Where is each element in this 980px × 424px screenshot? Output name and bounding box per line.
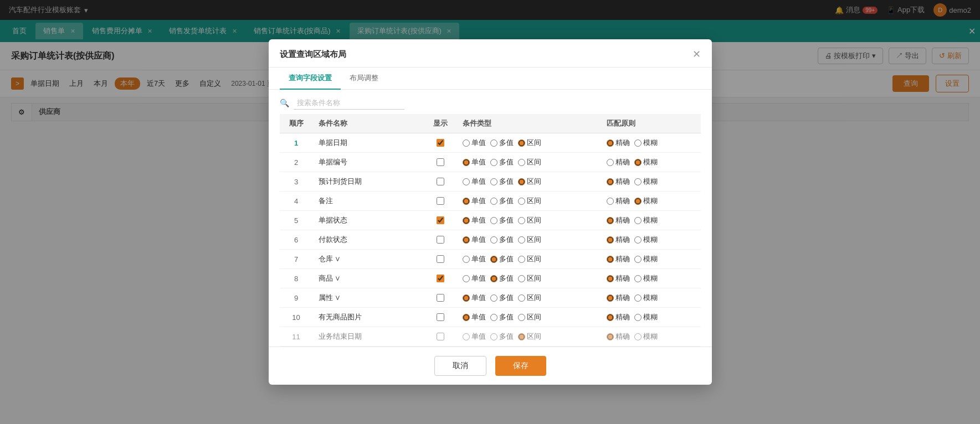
col-name: 条件名称 xyxy=(313,114,424,133)
row-order: 8 xyxy=(280,269,313,288)
row-display[interactable] xyxy=(424,133,457,153)
tab-query-fields[interactable]: 查询字段设置 xyxy=(280,68,341,90)
row-type[interactable]: 单值多值区间 xyxy=(457,192,601,211)
row-display[interactable] xyxy=(424,172,457,192)
row-type[interactable]: 单值多值区间 xyxy=(457,288,601,308)
row-name: 属性 ∨ xyxy=(313,288,424,308)
row-match[interactable]: 精确模糊 xyxy=(601,269,701,288)
row-type[interactable]: 单值多值区间 xyxy=(457,211,601,230)
row-order: 11 xyxy=(280,327,313,347)
row-name: 备注 xyxy=(313,192,424,211)
row-match[interactable]: 精确模糊 xyxy=(601,308,701,327)
search-icon: 🔍 xyxy=(280,99,289,107)
row-match[interactable]: 精确模糊 xyxy=(601,211,701,230)
modal-search-area: 🔍 xyxy=(269,90,712,114)
row-name: 预计到货日期 xyxy=(313,172,424,192)
row-type[interactable]: 单值多值区间 xyxy=(457,308,601,327)
row-order: 10 xyxy=(280,308,313,327)
table-row: 3预计到货日期单值多值区间精确模糊 xyxy=(280,172,701,192)
row-type[interactable]: 单值多值区间 xyxy=(457,153,601,172)
row-name: 仓库 ∨ xyxy=(313,250,424,269)
col-type: 条件类型 xyxy=(457,114,601,133)
row-name: 单据日期 xyxy=(313,133,424,153)
row-display[interactable] xyxy=(424,230,457,250)
row-name: 单据编号 xyxy=(313,153,424,172)
row-order: 3 xyxy=(280,172,313,192)
row-order: 4 xyxy=(280,192,313,211)
modal-table: 顺序 条件名称 显示 条件类型 匹配原则 1单据日期单值多值区间精确模糊2单据编… xyxy=(269,114,712,347)
settings-modal: 设置查询区域布局 ✕ 查询字段设置 布局调整 🔍 顺序 条件名称 xyxy=(269,39,712,385)
row-order: 6 xyxy=(280,230,313,250)
row-match[interactable]: 精确模糊 xyxy=(601,192,701,211)
col-match: 匹配原则 xyxy=(601,114,701,133)
row-match[interactable]: 精确模糊 xyxy=(601,327,701,347)
table-row: 10有无商品图片单值多值区间精确模糊 xyxy=(280,308,701,327)
row-display[interactable] xyxy=(424,327,457,347)
row-display[interactable] xyxy=(424,288,457,308)
col-display: 显示 xyxy=(424,114,457,133)
row-display[interactable] xyxy=(424,211,457,230)
table-row: 2单据编号单值多值区间精确模糊 xyxy=(280,153,701,172)
row-display[interactable] xyxy=(424,269,457,288)
row-type[interactable]: 单值多值区间 xyxy=(457,172,601,192)
row-order: 9 xyxy=(280,288,313,308)
table-row: 9属性 ∨单值多值区间精确模糊 xyxy=(280,288,701,308)
table-row: 4备注单值多值区间精确模糊 xyxy=(280,192,701,211)
modal-close-button[interactable]: ✕ xyxy=(692,48,701,60)
search-input[interactable] xyxy=(294,96,404,110)
row-match[interactable]: 精确模糊 xyxy=(601,230,701,250)
table-header-row: 顺序 条件名称 显示 条件类型 匹配原则 xyxy=(280,114,701,133)
tab-layout-adjust[interactable]: 布局调整 xyxy=(341,68,387,90)
modal-overlay: 设置查询区域布局 ✕ 查询字段设置 布局调整 🔍 顺序 条件名称 xyxy=(0,0,980,424)
row-display[interactable] xyxy=(424,308,457,327)
cancel-button[interactable]: 取消 xyxy=(434,356,486,376)
row-type[interactable]: 单值多值区间 xyxy=(457,269,601,288)
row-name: 有无商品图片 xyxy=(313,308,424,327)
row-order: 1 xyxy=(280,133,313,153)
table-row: 6付款状态单值多值区间精确模糊 xyxy=(280,230,701,250)
row-order: 2 xyxy=(280,153,313,172)
row-type[interactable]: 单值多值区间 xyxy=(457,133,601,153)
table-row: 1单据日期单值多值区间精确模糊 xyxy=(280,133,701,153)
row-match[interactable]: 精确模糊 xyxy=(601,172,701,192)
row-display[interactable] xyxy=(424,153,457,172)
col-order: 顺序 xyxy=(280,114,313,133)
row-name: 付款状态 xyxy=(313,230,424,250)
table-row: 7仓库 ∨单值多值区间精确模糊 xyxy=(280,250,701,269)
table-row: 5单据状态单值多值区间精确模糊 xyxy=(280,211,701,230)
row-display[interactable] xyxy=(424,192,457,211)
row-order: 5 xyxy=(280,211,313,230)
row-type[interactable]: 单值多值区间 xyxy=(457,327,601,347)
row-match[interactable]: 精确模糊 xyxy=(601,133,701,153)
row-match[interactable]: 精确模糊 xyxy=(601,250,701,269)
row-match[interactable]: 精确模糊 xyxy=(601,153,701,172)
save-button[interactable]: 保存 xyxy=(495,356,546,376)
table-row: 11业务结束日期单值多值区间精确模糊 xyxy=(280,327,701,347)
row-name: 业务结束日期 xyxy=(313,327,424,347)
table-row: 8商品 ∨单值多值区间精确模糊 xyxy=(280,269,701,288)
row-type[interactable]: 单值多值区间 xyxy=(457,230,601,250)
modal-tabs: 查询字段设置 布局调整 xyxy=(269,68,712,90)
row-name: 单据状态 xyxy=(313,211,424,230)
row-name: 商品 ∨ xyxy=(313,269,424,288)
row-order: 7 xyxy=(280,250,313,269)
row-match[interactable]: 精确模糊 xyxy=(601,288,701,308)
modal-header: 设置查询区域布局 ✕ xyxy=(269,39,712,68)
row-type[interactable]: 单值多值区间 xyxy=(457,250,601,269)
modal-footer: 取消 保存 xyxy=(269,347,712,385)
row-display[interactable] xyxy=(424,250,457,269)
modal-title: 设置查询区域布局 xyxy=(280,49,346,60)
